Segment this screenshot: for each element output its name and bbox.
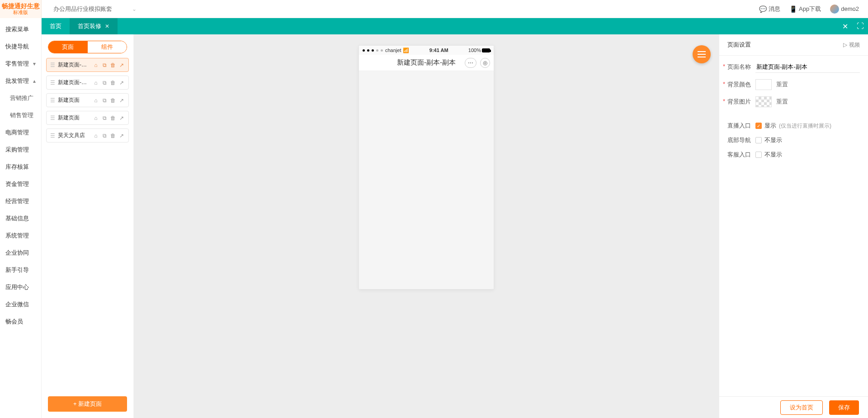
sidebar-item[interactable]: 库存核算 — [0, 158, 41, 176]
copy-icon[interactable]: ⧉ — [101, 133, 108, 139]
delete-icon[interactable]: 🗑 — [110, 62, 116, 68]
sidebar-item-label: 基础信息 — [5, 214, 29, 223]
delete-icon[interactable]: 🗑 — [110, 97, 116, 104]
phone-body[interactable] — [359, 71, 494, 289]
top-header: 畅捷通好生意 标准版 办公用品行业模拟账套 ⌄ 💬 消息 📱 App下载 dem… — [0, 0, 868, 18]
sidebar-item-label: 搜索菜单 — [5, 25, 29, 33]
copy-icon[interactable]: ⧉ — [101, 115, 108, 121]
drag-handle-icon[interactable]: ☰ — [50, 62, 55, 68]
sidebar-item[interactable]: 企业微信 — [0, 296, 41, 313]
sidebar-subitem[interactable]: 营销推广 — [0, 90, 41, 107]
set-home-button[interactable]: 设为首页 — [780, 400, 823, 415]
phone-time: 9:41 AM — [409, 48, 468, 53]
sidebar-item[interactable]: 采购管理 — [0, 141, 41, 158]
page-row[interactable]: ☰新建页面-副本...⌂⧉🗑↗ — [46, 58, 129, 72]
home-icon[interactable]: ⌂ — [93, 62, 99, 68]
share-icon[interactable]: ↗ — [118, 133, 125, 139]
page-row[interactable]: ☰新建页面-副本⌂⧉🗑↗ — [46, 76, 129, 90]
sidebar-item[interactable]: 快捷导航 — [0, 38, 41, 55]
copy-icon[interactable]: ⧉ — [101, 80, 108, 86]
share-icon[interactable]: ↗ — [118, 97, 125, 104]
drag-handle-icon[interactable]: ☰ — [50, 97, 55, 104]
app-download-link[interactable]: 📱 App下载 — [789, 5, 821, 13]
checkbox-live-show[interactable]: ✓ — [755, 123, 762, 129]
tab-fullscreen[interactable]: ⛶ — [853, 22, 868, 30]
home-icon[interactable]: ⌂ — [93, 80, 99, 86]
sidebar-item[interactable]: 应用中心 — [0, 279, 41, 296]
copy-icon[interactable]: ⧉ — [101, 97, 108, 104]
component-fab[interactable] — [693, 45, 711, 63]
home-icon[interactable]: ⌂ — [93, 97, 99, 104]
page-row[interactable]: ☰新建页面⌂⧉🗑↗ — [46, 111, 129, 125]
tab-home[interactable]: 首页 — [42, 18, 70, 34]
bg-image-swatch[interactable] — [755, 96, 772, 107]
user-menu[interactable]: demo2 — [830, 5, 859, 14]
sidebar-item[interactable]: 搜索菜单 — [0, 21, 41, 38]
sidebar-item[interactable]: 零售管理▾ — [0, 55, 41, 72]
target-icon[interactable]: ◎ — [480, 58, 490, 68]
drag-handle-icon[interactable]: ☰ — [50, 115, 55, 121]
messages-link[interactable]: 💬 消息 — [759, 5, 780, 13]
message-icon: 💬 — [759, 5, 767, 13]
page-name: 新建页面 — [58, 114, 90, 122]
home-icon[interactable]: ⌂ — [93, 133, 99, 139]
sidebar-item[interactable]: 批发管理▴ — [0, 72, 41, 90]
delete-icon[interactable]: 🗑 — [110, 80, 116, 86]
save-button[interactable]: 保存 — [829, 400, 859, 415]
share-icon[interactable]: ↗ — [118, 62, 125, 68]
drag-handle-icon[interactable]: ☰ — [50, 80, 55, 86]
bottom-nav-text: 不显示 — [764, 136, 782, 144]
tab-page-decorate[interactable]: 首页装修 ✕ — [70, 18, 118, 34]
video-link[interactable]: ▷ 视频 — [843, 41, 860, 49]
tab-close-all[interactable]: ✕ — [837, 22, 853, 31]
seg-page[interactable]: 页面 — [48, 41, 88, 53]
copy-icon[interactable]: ⧉ — [101, 62, 108, 68]
seg-component[interactable]: 组件 — [88, 41, 127, 53]
phone-nav-bar: 新建页面-副本-副本 ⋯ ◎ — [359, 55, 494, 71]
sidebar-item[interactable]: 经营管理 — [0, 193, 41, 210]
sidebar-item[interactable]: 资金管理 — [0, 176, 41, 193]
page-list: ☰新建页面-副本...⌂⧉🗑↗☰新建页面-副本⌂⧉🗑↗☰新建页面⌂⧉🗑↗☰新建页… — [42, 58, 133, 392]
label-page-name: 页面名称 — [727, 63, 755, 71]
phone-icon: 📱 — [789, 5, 797, 13]
close-icon[interactable]: ✕ — [105, 23, 109, 29]
reset-bg-image[interactable]: 重置 — [776, 98, 788, 106]
sidebar-item[interactable]: 企业协同 — [0, 244, 41, 261]
sidebar-item-label: 批发管理 — [5, 77, 29, 85]
live-hint: (仅当进行直播时展示) — [779, 122, 831, 130]
reset-bg-color[interactable]: 重置 — [776, 81, 788, 89]
page-row[interactable]: ☰新建页面⌂⧉🗑↗ — [46, 93, 129, 107]
more-icon[interactable]: ⋯ — [465, 58, 476, 68]
share-icon[interactable]: ↗ — [118, 115, 125, 121]
wifi-icon: 📶 — [403, 48, 409, 53]
tab-home-label: 首页 — [50, 22, 61, 30]
bg-color-swatch[interactable] — [755, 79, 772, 90]
sidebar-item[interactable]: 电商管理 — [0, 124, 41, 141]
main-column: 首页 首页装修 ✕ ✕ ⛶ 页面 组件 ☰新建页面-副本...⌂⧉🗑↗☰新建页面… — [42, 18, 868, 418]
share-icon[interactable]: ↗ — [118, 80, 125, 86]
sidebar-subitem[interactable]: 销售管理 — [0, 107, 41, 124]
page-row[interactable]: ☰昊天文具店⌂⧉🗑↗ — [46, 128, 129, 142]
sidebar-item-label: 采购管理 — [5, 146, 29, 154]
checkbox-service-entry[interactable] — [755, 152, 762, 158]
new-page-button[interactable]: + 新建页面 — [48, 396, 127, 412]
account-dropdown[interactable]: 办公用品行业模拟账套 ⌄ — [50, 3, 140, 15]
avatar — [830, 5, 839, 14]
home-icon[interactable]: ⌂ — [93, 115, 99, 121]
sidebar-item[interactable]: 新手引导 — [0, 261, 41, 279]
sidebar-item-label: 库存核算 — [5, 163, 29, 171]
sidebar: 搜索菜单快捷导航零售管理▾批发管理▴营销推广销售管理电商管理采购管理库存核算资金… — [0, 18, 42, 418]
settings-title: 页面设置 — [727, 41, 751, 49]
sidebar-item[interactable]: 系统管理 — [0, 227, 41, 244]
phone-status-bar: chanjet 📶 9:41 AM 100% — [359, 46, 494, 55]
drag-handle-icon[interactable]: ☰ — [50, 133, 55, 139]
delete-icon[interactable]: 🗑 — [110, 115, 116, 121]
sidebar-item[interactable]: 基础信息 — [0, 210, 41, 227]
brand-logo: 畅捷通好生意 标准版 — [0, 0, 42, 18]
sidebar-item[interactable]: 畅会员 — [0, 313, 41, 330]
settings-panel: 页面设置 ▷ 视频 页面名称 背景颜色 — [719, 34, 868, 418]
checkbox-bottom-nav[interactable] — [755, 137, 762, 143]
input-page-name[interactable] — [755, 61, 860, 73]
delete-icon[interactable]: 🗑 — [110, 133, 116, 139]
page-row-actions: ⌂⧉🗑↗ — [93, 97, 125, 104]
